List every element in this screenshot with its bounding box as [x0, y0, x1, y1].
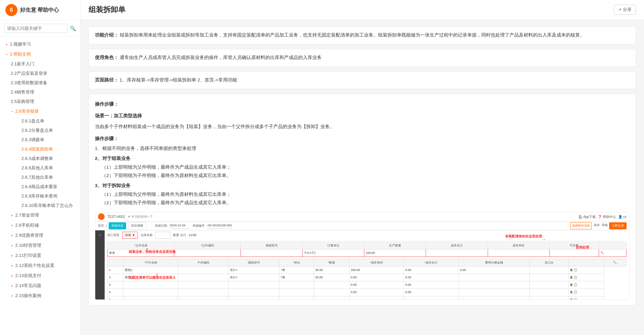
mock-logo	[98, 213, 105, 220]
mock-lower-row-3: 30.000.00🗑 📋	[108, 281, 627, 289]
sidebar-item-2-9-label: 2.9优惠券管理	[15, 232, 43, 238]
mock-topbar: TEST-H002 ▼ ⚙ 同款新增一下 🏠 App下载 ❓ 帮助中心 👤 cc	[95, 212, 629, 222]
scene1-title: 场景一：加工类型选择	[95, 112, 630, 120]
mock-topbar-info: ▼ ⚙ 同款新增一下	[127, 214, 153, 220]
mock-topbar-right: 🏠 App下载 ❓ 帮助中心 👤 cc	[578, 214, 627, 220]
path-label: 页面路径：	[95, 77, 118, 82]
mock-nav-home: 首页	[98, 223, 104, 229]
sidebar-item-2[interactable]: − 2.帮助文档	[0, 49, 80, 59]
mock-app-icon: 🏠 App下载	[578, 214, 596, 220]
intro-block: 功能介绍： 组装拆卸单用来处理企业组装或拆卸等加工业务，支持有固定装配清单的产品…	[89, 26, 636, 44]
mock-body: ≡ 加工类型 组装 ▼ 仓库名称 数量 合计 21/36	[95, 230, 629, 299]
sidebar-item-1-label: 1.视频学习	[10, 41, 31, 47]
sidebar-item-2-2[interactable]: 2.2产品安装及登录	[11, 69, 80, 78]
sidebar-item-2-6-2[interactable]: 2.6.2分量盘点单	[21, 126, 80, 135]
mock-app: TEST-H002 ▼ ⚙ 同款新增一下 🏠 App下载 ❓ 帮助中心 👤 cc…	[95, 212, 629, 299]
mock-tab-list: 库存调整	[128, 222, 146, 230]
sidebar-item-2-6-8[interactable]: 2.6.8商品成本重算	[21, 182, 80, 191]
sidebar-item-2-8[interactable]: + 2.8手机旺铺	[11, 220, 80, 230]
step1: 1、根据不同的业务，选择不同单据的类型来处理	[95, 144, 630, 153]
arrow-bom: →	[542, 236, 546, 243]
path-text: 1、库存核算->库存管理->组装拆卸单 2、首页->常用功能	[120, 77, 237, 82]
plus-icon-2-9: +	[11, 233, 13, 238]
mock-nav-sep: |	[106, 223, 107, 229]
sidebar-item-2-6-10[interactable]: 2.6.10库存账本错了怎么办	[21, 201, 80, 210]
main-header: 组装拆卸单 ↗ 分享	[80, 0, 644, 20]
sidebar-item-2-7[interactable]: + 2.7资金管理	[11, 210, 80, 220]
minus-icon: −	[5, 52, 8, 57]
sidebar-item-2-15-label: 2.15操作案例	[15, 293, 41, 299]
sidebar-item-2-6-9[interactable]: 2.6.9库存账本查询	[21, 191, 80, 201]
ops-label: 操作步骤：	[95, 134, 630, 143]
ops-title: 操作步骤：	[95, 100, 630, 109]
logo: 6	[5, 4, 17, 16]
sidebar-item-2-label: 2.帮助文档	[10, 51, 31, 57]
role-block: 使用角色： 通常由生产人员或库管人员完成拆装业务的操作，库管人员确认原材料的出库…	[89, 49, 636, 67]
sidebar-item-2-1[interactable]: 2.1新手入门	[11, 59, 80, 69]
search-button[interactable]: 🔍	[70, 25, 76, 32]
plus-icon-2-10: +	[11, 243, 13, 248]
mock-upper-row-1: 米米 个(≈1个) 100.00 🔧	[108, 249, 627, 257]
sidebar-item-2-14[interactable]: + 2.14常见问题	[11, 281, 80, 291]
plus-icon-2-15: +	[11, 293, 13, 298]
path-block: 页面路径： 1、库存核算->库存管理->组装拆卸单 2、首页->常用功能	[89, 71, 636, 89]
plus-icon-2-7: +	[11, 213, 13, 218]
share-button[interactable]: ↗ 分享	[614, 5, 636, 15]
mock-doc-date: 2019-12-26	[170, 223, 190, 229]
sidebar-item-1[interactable]: + 1.视频学习	[0, 39, 80, 49]
sidebar-item-2-10[interactable]: + 2.10经营管理	[11, 240, 80, 250]
sidebar-item-2-6-4[interactable]: 2.6.4组装拆卸单	[21, 145, 80, 154]
sidebar-item-2-12-label: 2.12系统个性化设置	[15, 263, 54, 269]
sidebar-item-2-11[interactable]: + 2.11打印设置	[11, 250, 80, 261]
sidebar-item-2-6-1[interactable]: 2.6.1盘点单	[21, 116, 80, 126]
sidebar-item-2-4[interactable]: 2.4销售管理	[11, 88, 80, 97]
sidebar-item-2-6-5[interactable]: 2.6.5成本调整单	[21, 154, 80, 163]
mock-upper-table: *父件名称 *父件编码 规格型号 计量单位 生产数量 成本合计 成本单价 可供量	[107, 242, 627, 257]
mock-type-selector: 组装 ▼	[122, 232, 138, 239]
arrow-no-bom: ↙	[156, 271, 159, 278]
sidebar-item-2-3[interactable]: 2.3使用前数据准备	[11, 78, 80, 88]
sidebar: 6 好生意 帮助中心 🔍 + 1.视频学习 − 2.帮助文档 2.1新手入门 2…	[0, 0, 80, 335]
sidebar-item-2-9[interactable]: + 2.9优惠券管理	[11, 230, 80, 240]
minus-icon-2-6: −	[11, 109, 13, 114]
screenshot-container: TEST-H002 ▼ ⚙ 同款新增一下 🏠 App下载 ❓ 帮助中心 👤 cc…	[95, 212, 630, 300]
sidebar-item-2-6-6[interactable]: 2.6.6其他入库单	[21, 163, 80, 173]
mock-action-btns: 选择料件清单 保存 审核 立即处理	[570, 222, 627, 229]
sidebar-header: 6 好生意 帮助中心	[0, 0, 80, 20]
plus-icon-2-8: +	[11, 223, 13, 228]
share-icon: ↗	[618, 7, 622, 12]
step3-1: （1）上部明细为父件明细，最终作为原材料生成其它出库单；	[95, 190, 630, 199]
sidebar-item-2-15[interactable]: + 2.15操作案例	[11, 291, 80, 301]
sidebar-item-2-8-label: 2.8手机旺铺	[15, 222, 39, 228]
nav-sub-2: 2.1新手入门 2.2产品安装及登录 2.3使用前数据准备 2.4销售管理 2.…	[0, 59, 80, 301]
annotation-type-switch: 组装业务、拆卸业务在这里切换	[129, 248, 176, 255]
mock-left-nav: ≡	[95, 230, 105, 299]
sidebar-item-2-6-7[interactable]: 2.6.7其他出库单	[21, 173, 80, 182]
mock-lower-table: *子件名称 子件编码 规格型号 *单位 *数量 *成本单价 *成本合计 费用分摊…	[107, 259, 627, 299]
sidebar-item-2-10-label: 2.10经营管理	[15, 242, 41, 248]
mock-lower-row-2: 2 黑色 2 长(≈+ *单 20.00 0.00 0.00	[108, 274, 627, 281]
sidebar-item-2-6[interactable]: − 2.6库存核算	[11, 106, 80, 116]
sidebar-item-2-11-label: 2.11打印设置	[15, 253, 41, 259]
annotation-enable: 启用处理	[576, 244, 589, 250]
mock-tab-active: 新建单据	[109, 222, 126, 229]
page-title: 组装拆卸单	[89, 5, 125, 15]
sidebar-item-2-5[interactable]: 2.5采购管理	[11, 97, 80, 106]
search-input[interactable]	[4, 24, 68, 33]
plus-icon-2-11: +	[11, 253, 13, 258]
sidebar-item-2-6-3[interactable]: 2.6.3调拨单	[21, 135, 80, 145]
nav-list: + 1.视频学习 − 2.帮助文档 2.1新手入门 2.2产品安装及登录 2.3…	[0, 37, 80, 335]
arrow-type-switch: ↗	[145, 246, 148, 254]
mock-help-icon: ❓ 帮助中心	[598, 214, 616, 220]
sidebar-item-2-12[interactable]: + 2.12系统个性化设置	[11, 261, 80, 271]
step2-1: （1）上部明细为父件明细，最终作为产成品生成其它入库单；	[95, 163, 630, 172]
mock-doc-no: AD-20191226-001	[207, 223, 232, 229]
intro-label: 功能介绍：	[95, 33, 118, 38]
step3-2: （2）下部明细为子件明细，最终作为产成品生成其它入库单。	[95, 199, 630, 207]
plus-icon-2-12: +	[11, 263, 13, 268]
content-area: 功能介绍： 组装拆卸单用来处理企业组装或拆卸等加工业务，支持有固定装配清单的产品…	[80, 20, 644, 335]
mock-company: TEST-H002	[107, 214, 125, 220]
sidebar-item-2-13[interactable]: + 2.13在线支付	[11, 271, 80, 281]
mock-lower-row-4: 40.000.00🗑 📋	[108, 289, 627, 296]
plus-icon-2-14: +	[11, 283, 13, 288]
